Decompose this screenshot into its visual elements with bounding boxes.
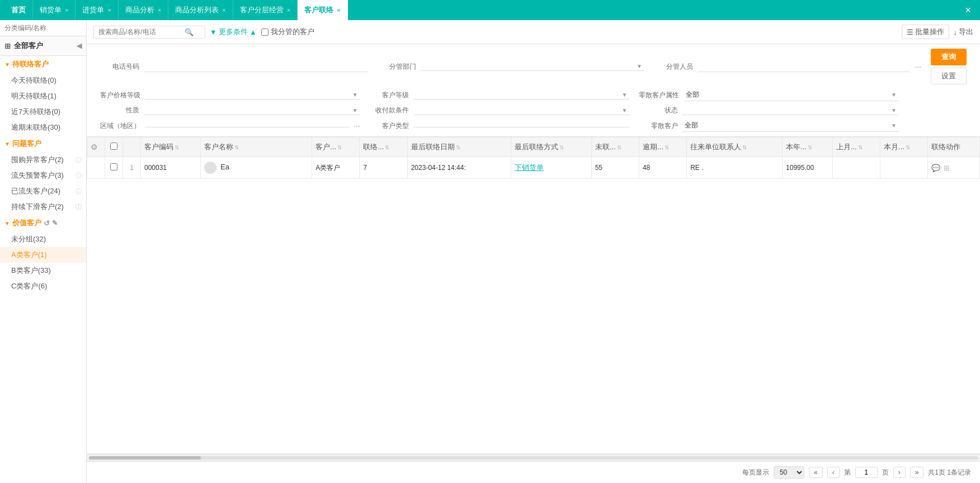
query-btn[interactable]: 查询 (931, 49, 967, 65)
last-page-btn[interactable]: » (910, 467, 924, 478)
col-type[interactable]: 客户... ⇅ (312, 138, 360, 157)
search-wrap: 🔍 (93, 26, 205, 39)
nav-tab-3[interactable]: 商品分析列表 × (168, 0, 233, 20)
sidebar-all-customers[interactable]: ⊞ 全部客户 ◀ (0, 36, 86, 56)
sort-icon-lastway[interactable]: ⇅ (559, 144, 564, 150)
scroll-thumb[interactable] (89, 456, 201, 460)
phone-input-wrap (144, 61, 368, 72)
scatter-select[interactable]: 全部 ▼ (682, 120, 899, 132)
sidebar-item-declining[interactable]: 持续下滑客户(2) ⓘ (0, 199, 86, 215)
setting-btn[interactable]: 设置 (931, 68, 967, 84)
status-select[interactable]: ▼ (682, 106, 899, 115)
first-page-btn[interactable]: « (809, 467, 823, 478)
sort-icon-lastmonth[interactable]: ⇅ (858, 144, 863, 150)
sort-icon-name[interactable]: ⇅ (234, 144, 239, 150)
close-tab-3[interactable]: × (222, 7, 225, 13)
person-input[interactable] (700, 63, 908, 70)
window-close-button[interactable]: × (960, 4, 976, 16)
nav-tab-4[interactable]: 客户分层经营 × (233, 0, 298, 20)
sort-icon-notcontact[interactable]: ⇅ (617, 144, 621, 150)
sidebar-item-today[interactable]: 今天待联络(0) (0, 73, 86, 88)
last-way-link[interactable]: 下销货单 (515, 163, 544, 172)
col-thismonth[interactable]: 本月... ⇅ (880, 138, 928, 157)
col-name[interactable]: 客户名称 ⇅ (200, 138, 312, 157)
phone-input[interactable] (146, 63, 365, 70)
region-select[interactable] (145, 125, 349, 127)
sidebar-item-a-class[interactable]: A类客户(1) (0, 247, 86, 263)
payment-select[interactable]: ▼ (413, 106, 630, 115)
sidebar-item-hoarding[interactable]: 囤购异常客户(2) ⓘ (0, 152, 86, 168)
page-number-input[interactable] (855, 467, 878, 478)
main-search-input[interactable] (98, 28, 182, 36)
prev-page-btn[interactable]: ‹ (827, 467, 840, 478)
filter-price-level: 客户价格等级 ▼ (96, 91, 365, 100)
sidebar-section-value[interactable]: ▼ 价值客户 ↺ ✎ (0, 215, 86, 231)
cust-type-select[interactable] (413, 125, 630, 127)
qr-icon[interactable]: ⊞ (944, 164, 950, 172)
col-lastdate[interactable]: 最后联络日期 ⇅ (407, 138, 511, 157)
person-dots-btn[interactable]: ··· (915, 62, 921, 71)
my-customers-checkbox[interactable] (261, 29, 268, 36)
dept-select[interactable]: ▼ (421, 62, 644, 71)
sidebar-collapse-btn[interactable]: ◀ (77, 42, 82, 50)
sidebar-item-overdue[interactable]: 逾期未联络(30) (0, 120, 86, 135)
sort-icon-type[interactable]: ⇅ (337, 144, 342, 150)
sidebar-item-b-class[interactable]: B类客户(33) (0, 263, 86, 278)
nav-home[interactable]: 首页 (4, 0, 33, 20)
col-overdue[interactable]: 逾期... ⇅ (639, 138, 686, 157)
nav-tab-2[interactable]: 商品分析 × (119, 0, 168, 20)
value-refresh-icon[interactable]: ↺ (44, 219, 50, 228)
sidebar-item-tomorrow[interactable]: 明天待联络(1) (0, 88, 86, 104)
col-unitcontact[interactable]: 往来单位联系人 ⇅ (687, 138, 783, 157)
gear-btn[interactable]: ⚙ (91, 143, 98, 151)
col-code[interactable]: 客户编码 ⇅ (141, 138, 201, 157)
row-checkbox-1[interactable] (110, 163, 117, 171)
sort-icon-thismonth[interactable]: ⇅ (906, 144, 910, 150)
value-edit-icon[interactable]: ✎ (52, 219, 58, 227)
close-tab-5[interactable]: × (337, 7, 340, 13)
export-btn[interactable]: ↓ 导出 (954, 25, 974, 39)
col-contact[interactable]: 联络... ⇅ (360, 138, 407, 157)
col-thisyear[interactable]: 本年... ⇅ (783, 138, 833, 157)
sort-icon-unitcontact[interactable]: ⇅ (742, 144, 747, 150)
col-notcontact[interactable]: 未联... ⇅ (591, 138, 639, 157)
page-size-select[interactable]: 50 100 200 (774, 466, 804, 479)
select-all-checkbox[interactable] (110, 143, 117, 150)
more-filters-btn[interactable]: ▼ 更多条件 ▲ (210, 27, 257, 37)
next-page-btn[interactable]: › (893, 467, 906, 478)
sidebar-section-pending[interactable]: ▼ 待联络客户 (0, 56, 86, 73)
main-search-icon[interactable]: 🔍 (185, 28, 194, 36)
sidebar-section-problem[interactable]: ▼ 问题客户 (0, 135, 86, 152)
sort-icon-thisyear[interactable]: ⇅ (808, 144, 812, 150)
close-tab-0[interactable]: × (65, 7, 68, 13)
sort-icon-contact[interactable]: ⇅ (385, 144, 389, 150)
sidebar-item-c-class[interactable]: C类客户(6) (0, 278, 86, 294)
horizontal-scrollbar[interactable] (87, 453, 980, 461)
scatter-attr-select[interactable]: 全部 ▼ (684, 89, 899, 101)
chat-icon[interactable]: 💬 (931, 164, 940, 172)
sidebar-item-ungroup[interactable]: 未分组(32) (0, 231, 86, 247)
nav-tab-1[interactable]: 进货单 × (76, 0, 118, 20)
nav-tab-5[interactable]: 客户联络 × (298, 0, 347, 20)
nav-tab-0[interactable]: 销货单 × (33, 0, 76, 20)
close-tab-2[interactable]: × (158, 7, 161, 13)
cust-level-select[interactable]: ▼ (413, 91, 630, 100)
sidebar-search-input[interactable] (4, 24, 87, 32)
close-tab-4[interactable]: × (287, 7, 290, 13)
price-level-select[interactable]: ▼ (145, 91, 360, 100)
sidebar-item-lostwarning[interactable]: 流失预警客户(3) ⓘ (0, 168, 86, 183)
sidebar-item-week[interactable]: 近7天待联络(0) (0, 104, 86, 120)
sidebar-item-lost[interactable]: 已流失客户(24) ⓘ (0, 183, 86, 199)
sort-icon-overdue[interactable]: ⇅ (665, 144, 669, 150)
sort-icon-code[interactable]: ⇅ (175, 144, 179, 150)
col-lastmonth[interactable]: 上月... ⇅ (832, 138, 880, 157)
nature-arrow: ▼ (352, 107, 358, 113)
close-tab-1[interactable]: × (107, 7, 111, 13)
region-dots-btn[interactable]: ··· (354, 121, 360, 130)
sort-icon-lastdate[interactable]: ⇅ (456, 144, 460, 150)
batch-op-btn[interactable]: ☰ 批量操作 (902, 25, 949, 39)
nature-select[interactable]: ▼ (144, 106, 360, 115)
filter-nature: 性质 ▼ (96, 106, 365, 115)
action-icons: 💬 ⊞ (931, 164, 976, 172)
col-lastway[interactable]: 最后联络方式 ⇅ (511, 138, 591, 157)
